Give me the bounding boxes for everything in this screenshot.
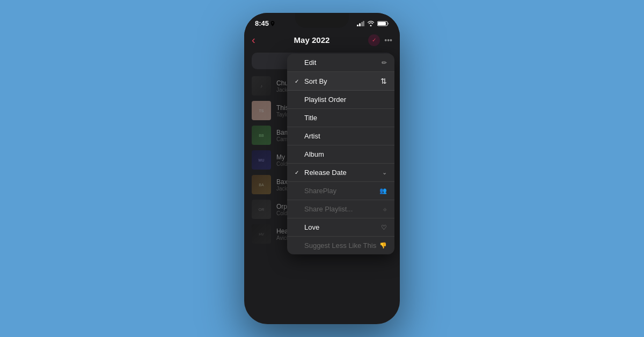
shareplay-label: SharePlay: [304, 187, 336, 195]
menu-item-suggest-less[interactable]: Suggest Less Like This 👎: [287, 237, 394, 254]
phone-screen: 8:45: [244, 13, 400, 324]
edit-label: Edit: [304, 58, 316, 67]
shareplay-icon: 👥: [379, 187, 387, 194]
artist-label: Artist: [304, 132, 320, 140]
menu-item-love[interactable]: Love ♡: [287, 218, 394, 237]
album-label: Album: [304, 150, 324, 158]
title-label: Title: [304, 114, 317, 122]
edit-icon: ✏: [382, 59, 387, 67]
menu-item-album[interactable]: Album: [287, 145, 394, 164]
menu-item-shareplay[interactable]: SharePlay 👥: [287, 182, 394, 200]
playlist-order-label: Playlist Order: [304, 96, 346, 104]
dislike-icon: 👎: [379, 242, 387, 249]
menu-item-title[interactable]: Title: [287, 109, 394, 127]
phone-container: 8:45: [244, 13, 400, 324]
menu-item-edit[interactable]: Edit ✏: [287, 54, 394, 72]
dropdown-overlay: Edit ✏ ✓ Sort By ⇅ Playlist Ord: [244, 13, 400, 324]
menu-item-release-date[interactable]: ✓ Release Date ⌄: [287, 164, 394, 182]
sort-by-label: Sort By: [304, 77, 327, 85]
sort-icon: ⇅: [380, 77, 387, 85]
menu-item-sort-by[interactable]: ✓ Sort By ⇅: [287, 72, 394, 91]
menu-item-share-playlist[interactable]: Share Playlist... ⎆: [287, 200, 394, 218]
menu-item-playlist-order[interactable]: Playlist Order: [287, 91, 394, 109]
menu-item-artist[interactable]: Artist: [287, 127, 394, 145]
share-icon: ⎆: [383, 206, 387, 213]
dropdown-menu: Edit ✏ ✓ Sort By ⇅ Playlist Ord: [287, 54, 394, 254]
love-label: Love: [304, 223, 319, 231]
share-playlist-label: Share Playlist...: [304, 205, 353, 213]
suggest-less-label: Suggest Less Like This: [304, 241, 376, 250]
release-date-label: Release Date: [304, 169, 347, 177]
release-date-chevron: ⌄: [382, 169, 387, 176]
heart-icon: ♡: [381, 224, 387, 231]
